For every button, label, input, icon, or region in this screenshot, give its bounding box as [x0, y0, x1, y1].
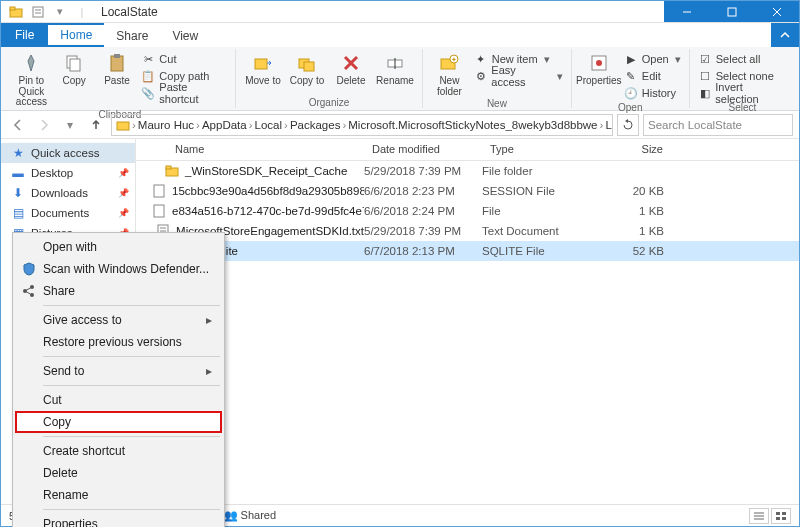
folder-icon [7, 3, 25, 21]
new-item-icon: ✦ [474, 52, 488, 66]
rename-button[interactable]: Rename [374, 49, 416, 87]
ctx-copy[interactable]: Copy [15, 411, 222, 433]
table-row[interactable]: _WinStoreSDK_Receipt_Cache5/29/2018 7:39… [136, 161, 799, 181]
select-all-button[interactable]: ☑Select all [696, 51, 789, 67]
new-folder-icon: ✦ [437, 51, 461, 75]
ribbon-collapse-button[interactable] [771, 23, 799, 47]
file-list: Name Date modified Type Size _WinStoreSD… [136, 139, 799, 503]
edit-button[interactable]: ✎Edit [622, 68, 683, 84]
forward-button[interactable] [33, 114, 55, 136]
maximize-button[interactable] [709, 1, 754, 22]
invert-selection-button[interactable]: ◧Invert selection [696, 85, 789, 101]
minimize-button[interactable] [664, 1, 709, 22]
group-label-organize: Organize [309, 96, 350, 108]
ctx-share[interactable]: Share [15, 280, 222, 302]
ctx-defender[interactable]: Scan with Windows Defender... [15, 258, 222, 280]
open-button[interactable]: ▶Open▾ [622, 51, 683, 67]
ctx-send-to[interactable]: Send to▸ [15, 360, 222, 382]
tab-view[interactable]: View [160, 23, 210, 47]
qat-dropdown-icon[interactable]: ▾ [51, 3, 69, 21]
chevron-right-icon[interactable]: › [130, 119, 138, 131]
ribbon-tabs: File Home Share View [1, 23, 799, 47]
view-details-button[interactable] [749, 508, 769, 524]
easy-access-label: Easy access [491, 64, 551, 88]
rename-label: Rename [376, 76, 414, 87]
sidebar-item-documents[interactable]: ▤Documents📌 [1, 203, 135, 223]
sidebar-item-desktop[interactable]: ▬Desktop📌 [1, 163, 135, 183]
ctx-rename[interactable]: Rename [15, 484, 222, 506]
chevron-right-icon[interactable]: › [598, 119, 606, 131]
close-button[interactable] [754, 1, 799, 22]
context-menu: Open with Scan with Windows Defender... … [12, 232, 225, 527]
column-date[interactable]: Date modified [364, 139, 482, 160]
file-tab[interactable]: File [1, 23, 48, 47]
ctx-label: Give access to [43, 313, 122, 327]
up-button[interactable] [85, 114, 107, 136]
ctx-delete[interactable]: Delete [15, 462, 222, 484]
share-icon [21, 283, 37, 299]
properties-qat-icon[interactable] [29, 3, 47, 21]
delete-button[interactable]: Delete [330, 49, 372, 87]
ctx-cut[interactable]: Cut [15, 389, 222, 411]
back-button[interactable] [7, 114, 29, 136]
new-folder-button[interactable]: ✦New folder [429, 49, 470, 97]
paste-button[interactable]: Paste [97, 49, 138, 87]
table-row[interactable]: e834a516-b712-470c-be7d-99d5fc4e7c6/6/20… [136, 201, 799, 221]
crumb-item[interactable]: LocalState [605, 119, 613, 131]
group-clipboard: Pin to Quick access Copy Paste ✂Cut 📋Cop… [5, 49, 236, 108]
move-to-button[interactable]: Move to [242, 49, 284, 87]
paste-shortcut-button[interactable]: 📎Paste shortcut [139, 85, 229, 101]
ctx-create-shortcut[interactable]: Create shortcut [15, 440, 222, 462]
copy-button[interactable]: Copy [54, 49, 95, 87]
column-size[interactable]: Size [592, 139, 672, 160]
table-row[interactable]: ✓plum.sqlite6/7/2018 2:13 PMSQLITE File5… [136, 241, 799, 261]
sidebar-item-quick-access[interactable]: ★Quick access [1, 143, 135, 163]
breadcrumb[interactable]: › Mauro Huc› AppData› Local› Packages› M… [111, 114, 613, 136]
ctx-give-access[interactable]: Give access to▸ [15, 309, 222, 331]
ctx-restore[interactable]: Restore previous versions [15, 331, 222, 353]
crumb-item[interactable]: Mauro Huc [138, 119, 194, 131]
crumb-item[interactable]: Packages [290, 119, 341, 131]
svg-point-35 [30, 285, 34, 289]
tab-home[interactable]: Home [48, 23, 104, 47]
easy-access-button[interactable]: ⚙Easy access▾ [472, 68, 565, 84]
ribbon: Pin to Quick access Copy Paste ✂Cut 📋Cop… [1, 47, 799, 111]
chevron-right-icon[interactable]: › [282, 119, 290, 131]
sidebar-item-downloads[interactable]: ⬇Downloads📌 [1, 183, 135, 203]
tab-share[interactable]: Share [104, 23, 160, 47]
ctx-label: Copy [43, 415, 71, 429]
crumb-item[interactable]: Local [255, 119, 283, 131]
chevron-right-icon[interactable]: › [340, 119, 348, 131]
paste-shortcut-label: Paste shortcut [159, 81, 227, 105]
select-none-icon: ☐ [698, 69, 712, 83]
view-icons-button[interactable] [771, 508, 791, 524]
title-bar: ▾ | LocalState [1, 1, 799, 23]
column-headers: Name Date modified Type Size [136, 139, 799, 161]
crumb-item[interactable]: Microsoft.MicrosoftStickyNotes_8wekyb3d8… [348, 119, 597, 131]
svg-rect-13 [255, 59, 267, 69]
table-row[interactable]: 15cbbc93e90a4d56bf8d9a29305b8981...6/6/2… [136, 181, 799, 201]
file-date: 6/6/2018 2:23 PM [364, 185, 482, 197]
cut-button[interactable]: ✂Cut [139, 51, 229, 67]
copy-to-button[interactable]: Copy to [286, 49, 328, 87]
breadcrumb-root-icon [116, 118, 130, 132]
chevron-right-icon[interactable]: › [194, 119, 202, 131]
svg-point-34 [23, 289, 27, 293]
history-button[interactable]: 🕘History [622, 85, 683, 101]
pin-quick-access-button[interactable]: Pin to Quick access [11, 49, 52, 108]
svg-rect-15 [304, 62, 314, 71]
refresh-button[interactable] [617, 114, 639, 136]
chevron-right-icon[interactable]: › [247, 119, 255, 131]
column-name[interactable]: Name [136, 139, 364, 160]
ctx-open-with[interactable]: Open with [15, 236, 222, 258]
ctx-properties[interactable]: Properties [15, 513, 222, 527]
table-row[interactable]: MicrosoftStoreEngagementSDKId.txt5/29/20… [136, 221, 799, 241]
recent-locations-button[interactable]: ▾ [59, 114, 81, 136]
open-icon: ▶ [624, 52, 638, 66]
crumb-item[interactable]: AppData [202, 119, 247, 131]
paste-label: Paste [104, 76, 130, 87]
properties-button[interactable]: Properties [578, 49, 620, 87]
shield-icon [21, 261, 37, 277]
column-type[interactable]: Type [482, 139, 592, 160]
search-input[interactable]: Search LocalState [643, 114, 793, 136]
